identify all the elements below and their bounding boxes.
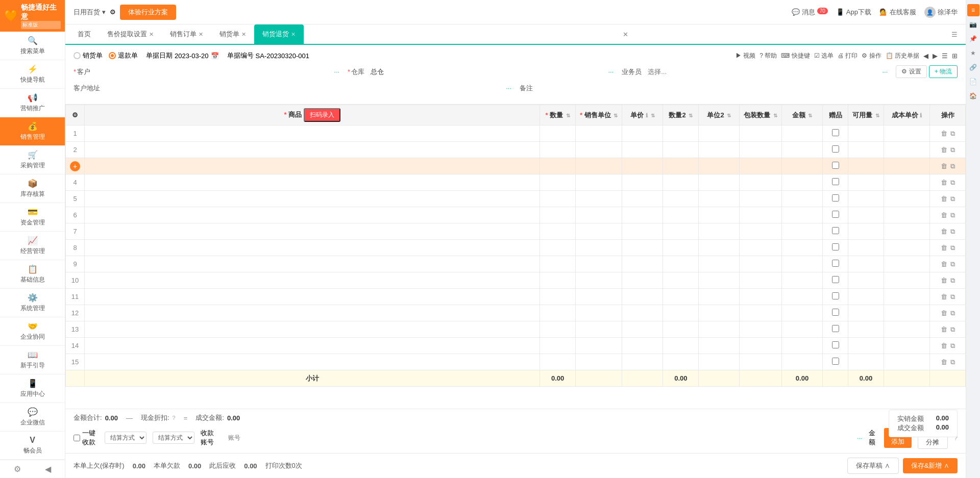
copy-row-icon[interactable]: ⧉ bbox=[950, 325, 955, 334]
history-btn[interactable]: 📋 历史单据 bbox=[886, 52, 919, 60]
row-avail[interactable] bbox=[848, 125, 884, 142]
avail-sort-icon[interactable]: ⇅ bbox=[875, 113, 879, 118]
print-btn[interactable]: 🖨 打印 bbox=[838, 52, 857, 60]
radio-return-bill[interactable]: 退款单 bbox=[109, 51, 138, 60]
daily-goods-btn[interactable]: 日用百货 ▾ bbox=[74, 8, 106, 17]
delete-row-icon[interactable]: 🗑 bbox=[941, 309, 947, 317]
delete-row-icon[interactable]: 🗑 bbox=[941, 293, 947, 300]
online-service-btn[interactable]: 💁 在线客服 bbox=[879, 8, 916, 17]
tab-sales-return-close[interactable]: ✕ bbox=[291, 31, 296, 38]
sidebar-item-basic-info[interactable]: 📋 基础信息 bbox=[0, 260, 65, 289]
sidebar-settings-btn[interactable]: ⚙ bbox=[14, 464, 21, 474]
row-product[interactable] bbox=[85, 125, 540, 142]
app-download-btn[interactable]: 📱 App下载 bbox=[836, 8, 871, 17]
gift-checkbox[interactable] bbox=[832, 145, 839, 153]
settlement-method-select[interactable]: 结算方式 bbox=[105, 432, 146, 444]
warehouse-input[interactable] bbox=[368, 66, 604, 78]
sidebar-item-system[interactable]: ⚙️ 系统管理 bbox=[0, 289, 65, 317]
copy-row-icon[interactable]: ⧉ bbox=[950, 358, 955, 366]
gift-checkbox[interactable] bbox=[832, 178, 839, 185]
operate-btn[interactable]: ⚙ 操作 bbox=[862, 52, 881, 60]
experience-btn[interactable]: 体验行业方案 bbox=[120, 5, 176, 20]
tab-sales-order[interactable]: 销售订单 ✕ bbox=[162, 24, 211, 45]
rp-icon-doc[interactable]: 📄 bbox=[967, 76, 979, 88]
sidebar-item-app-center[interactable]: 📱 应用中心 bbox=[0, 374, 65, 403]
scan-btn[interactable]: 扫码录入 bbox=[304, 108, 340, 122]
sidebar-item-sales[interactable]: 💰 销售管理 bbox=[0, 117, 65, 146]
copy-row-icon[interactable]: ⧉ bbox=[950, 211, 955, 219]
customer-input[interactable] bbox=[93, 66, 330, 78]
rp-icon-star[interactable]: ★ bbox=[967, 47, 979, 59]
row-unit2[interactable] bbox=[699, 158, 740, 174]
copy-row-icon[interactable]: ⧉ bbox=[950, 342, 955, 350]
rp-icon-link[interactable]: 🔗 bbox=[967, 61, 979, 73]
salesman-ellipsis[interactable]: ··· bbox=[882, 68, 888, 76]
gift-checkbox[interactable] bbox=[832, 358, 839, 365]
product-input[interactable] bbox=[89, 130, 535, 137]
video-btn[interactable]: ▶ 视频 bbox=[736, 52, 755, 60]
gift-checkbox[interactable] bbox=[832, 243, 839, 250]
one-click-pay-checkbox[interactable]: 一键收款 bbox=[74, 429, 99, 447]
row-avail[interactable] bbox=[848, 142, 884, 158]
row-pkgqty[interactable] bbox=[740, 125, 782, 142]
copy-row-icon[interactable]: ⧉ bbox=[950, 228, 955, 236]
delete-row-icon[interactable]: 🗑 bbox=[941, 179, 947, 186]
gift-checkbox[interactable] bbox=[832, 341, 839, 348]
sidebar-collapse-btn[interactable]: ◀ bbox=[45, 464, 51, 474]
view-grid-icon[interactable]: ⊞ bbox=[952, 52, 958, 60]
product-input-active[interactable] bbox=[89, 162, 535, 170]
sidebar-item-search[interactable]: 🔍 搜索菜单 bbox=[0, 32, 65, 60]
one-click-pay-input[interactable] bbox=[74, 435, 80, 441]
row-avail[interactable] bbox=[848, 158, 884, 174]
copy-row-icon[interactable]: ⧉ bbox=[950, 179, 955, 187]
row-costprice[interactable] bbox=[884, 158, 930, 174]
tab-sales-bill[interactable]: 销货单 ✕ bbox=[211, 24, 254, 45]
customer-ellipsis[interactable]: ··· bbox=[334, 68, 339, 76]
delete-row-icon[interactable]: 🗑 bbox=[941, 162, 947, 170]
tab-bar-close[interactable]: ✕ bbox=[619, 27, 632, 42]
copy-row-icon[interactable]: ⧉ bbox=[950, 309, 955, 317]
row-product[interactable] bbox=[85, 142, 540, 158]
tab-bar-menu[interactable]: ☰ bbox=[947, 27, 962, 42]
copy-row-icon[interactable]: ⧉ bbox=[950, 244, 955, 252]
copy-row-icon[interactable]: ⧉ bbox=[950, 146, 955, 154]
help-btn[interactable]: ? 帮助 bbox=[760, 52, 777, 60]
row-unit2[interactable] bbox=[699, 125, 740, 142]
row-costprice[interactable] bbox=[884, 142, 930, 158]
salesman-input[interactable] bbox=[645, 66, 878, 78]
add-logistics-btn[interactable]: + 物流 bbox=[929, 65, 958, 78]
row-qty2[interactable] bbox=[663, 158, 699, 174]
rp-icon-pin[interactable]: 📌 bbox=[967, 33, 979, 45]
sidebar-item-vip[interactable]: V 畅会员 bbox=[0, 432, 65, 460]
th-settings[interactable]: ⚙ bbox=[66, 105, 85, 125]
row-costprice[interactable] bbox=[884, 125, 930, 142]
address-input[interactable] bbox=[103, 82, 502, 94]
save-draft-btn[interactable]: 保存草稿 ∧ bbox=[847, 458, 899, 474]
delete-row-icon[interactable]: 🗑 bbox=[941, 260, 947, 268]
row-qty[interactable] bbox=[540, 125, 576, 142]
sidebar-item-guide[interactable]: 📖 新手引导 bbox=[0, 346, 65, 374]
account-no-input[interactable] bbox=[225, 433, 850, 443]
delete-row-icon[interactable]: 🗑 bbox=[941, 276, 947, 284]
note-input[interactable] bbox=[536, 82, 958, 94]
copy-row-icon[interactable]: ⧉ bbox=[950, 260, 955, 268]
gift-checkbox[interactable] bbox=[832, 260, 839, 267]
account-method-select[interactable]: 结算方式 bbox=[153, 432, 194, 444]
select-btn[interactable]: ☑ 选单 bbox=[814, 52, 834, 60]
gift-checkbox[interactable] bbox=[832, 325, 839, 332]
qty-sort-icon[interactable]: ⇅ bbox=[566, 113, 570, 118]
row-qty[interactable] bbox=[540, 158, 576, 174]
rp-icon-camera[interactable]: 📷 bbox=[967, 18, 979, 31]
gift-checkbox[interactable] bbox=[832, 194, 839, 202]
address-ellipsis[interactable]: ··· bbox=[506, 84, 511, 92]
rp-icon-1[interactable]: ≡ bbox=[967, 4, 979, 16]
gift-checkbox[interactable] bbox=[832, 276, 839, 283]
sidebar-item-shortcut[interactable]: ⚡ 快捷导航 bbox=[0, 60, 65, 89]
gift-checkbox[interactable] bbox=[832, 129, 839, 136]
question-icon[interactable]: ? bbox=[173, 415, 176, 421]
sidebar-item-enterprise[interactable]: 🤝 企业协同 bbox=[0, 317, 65, 346]
setting-btn[interactable]: ⚙ 设置 bbox=[896, 65, 926, 78]
topbar-gear-icon[interactable]: ⚙ bbox=[110, 8, 116, 16]
user-info[interactable]: 👤 徐泽华 bbox=[924, 7, 958, 18]
price-sort-icon[interactable]: ⇅ bbox=[651, 113, 655, 118]
